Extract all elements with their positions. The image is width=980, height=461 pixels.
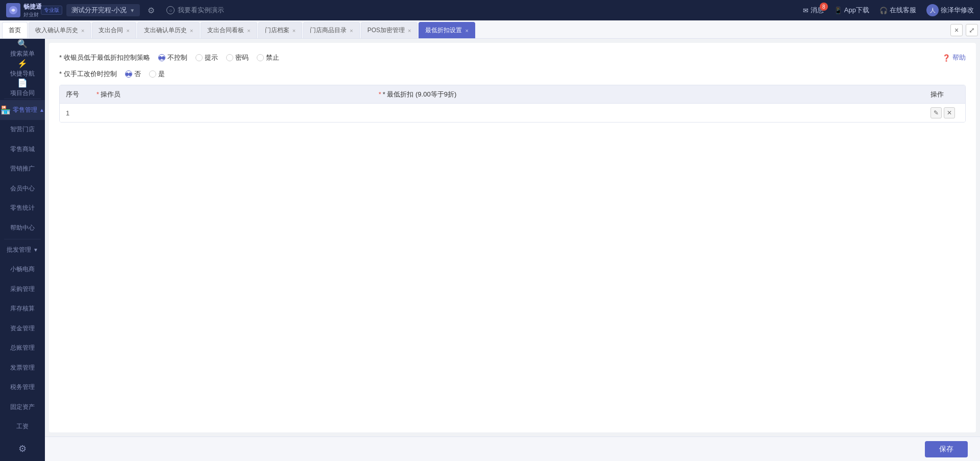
tab-home-label: 首页 bbox=[9, 26, 21, 35]
app-download-icon: 📱 bbox=[834, 7, 842, 14]
header-right-section: ✉ 消息 8 📱 App下载 🎧 在线客服 人 徐泽华修改 bbox=[803, 4, 974, 16]
sidebar-item-payroll[interactable]: 工资 bbox=[0, 417, 45, 436]
search-icon: 🔍 bbox=[17, 39, 28, 48]
sidebar-item-wholesale[interactable]: 批发管理 ▼ bbox=[0, 240, 45, 259]
tab-home[interactable]: 首页 bbox=[2, 22, 28, 38]
sidebar-retail-stats-label: 零售统计 bbox=[10, 204, 35, 212]
cashier-strategy-radio-group: 不控制 提示 密码 禁止 bbox=[158, 53, 279, 62]
radio-password-circle bbox=[226, 54, 233, 61]
tab-payment-contract[interactable]: 支出合同 × bbox=[92, 22, 136, 38]
project-dropdown-arrow: ▼ bbox=[130, 8, 135, 13]
tab-pos-password-close[interactable]: × bbox=[408, 28, 411, 34]
tab-payment-confirm[interactable]: 支出确认单历史 × bbox=[137, 22, 200, 38]
radio-remind[interactable]: 提示 bbox=[195, 53, 218, 62]
message-icon: ✉ bbox=[803, 7, 808, 14]
tab-payment-board-close[interactable]: × bbox=[247, 28, 250, 34]
help-icon: ❓ bbox=[942, 54, 950, 62]
customer-service-button[interactable]: 🎧 在线客服 bbox=[879, 6, 916, 15]
radio-no-circle bbox=[125, 70, 132, 78]
sidebar-item-fund[interactable]: 资金管理 bbox=[0, 319, 45, 338]
tab-min-discount-close[interactable]: × bbox=[465, 28, 468, 34]
radio-no[interactable]: 否 bbox=[125, 69, 141, 79]
tab-income-confirm[interactable]: 收入确认单历史 × bbox=[29, 22, 91, 38]
table-row: 1 ✎ ✕ bbox=[60, 104, 965, 122]
expand-tab-button[interactable]: ⤢ bbox=[966, 24, 978, 36]
sidebar-item-purchase[interactable]: 采购管理 bbox=[0, 279, 45, 299]
delete-button-1[interactable]: ✕ bbox=[944, 107, 955, 118]
sidebar-item-ledger[interactable]: 总账管理 bbox=[0, 338, 45, 358]
cashier-strategy-row: * 收银员低于最低折扣控制策略 不控制 提示 密码 bbox=[59, 53, 966, 62]
sidebar-item-search[interactable]: 🔍 搜索菜单 bbox=[0, 39, 45, 58]
radio-yes-circle bbox=[149, 70, 156, 78]
sidebar-tax-label: 税务管理 bbox=[10, 383, 35, 392]
app-download-button[interactable]: 📱 App下载 bbox=[834, 6, 869, 15]
table-header: 序号 * 操作员 * * 最低折扣 (9.00等于9折) 操作 bbox=[60, 85, 965, 104]
th-operator-req: * bbox=[96, 90, 99, 98]
logo-icon bbox=[6, 3, 20, 17]
radio-forbid[interactable]: 禁止 bbox=[257, 53, 279, 62]
th-operator-label: 操作员 bbox=[101, 90, 120, 99]
th-operator: * 操作员 bbox=[90, 90, 373, 99]
radio-no-control-circle bbox=[158, 54, 165, 61]
sidebar-item-retail-mall[interactable]: 零售商城 bbox=[0, 139, 45, 159]
tab-min-discount[interactable]: 最低折扣设置 × bbox=[419, 22, 475, 38]
sidebar-item-invoice[interactable]: 发票管理 bbox=[0, 358, 45, 377]
wholesale-arrow-icon: ▼ bbox=[33, 247, 38, 253]
page-content: * 收银员低于最低折扣控制策略 不控制 提示 密码 bbox=[49, 43, 976, 432]
demo-label: 我要看实例演示 bbox=[178, 6, 224, 15]
radio-no-control[interactable]: 不控制 bbox=[158, 53, 187, 62]
project-selector[interactable]: 测试分开完程-小况 ▼ bbox=[66, 4, 140, 16]
sidebar-shortcut-label: 快捷导航 bbox=[10, 69, 35, 78]
close-tab-button[interactable]: × bbox=[950, 24, 963, 36]
th-discount-req: * bbox=[379, 90, 381, 98]
sidebar-item-ecommerce[interactable]: 小畅电商 bbox=[0, 260, 45, 279]
radio-password[interactable]: 密码 bbox=[226, 53, 249, 62]
radio-yes[interactable]: 是 bbox=[149, 69, 165, 79]
tab-income-confirm-label: 收入确认单历史 bbox=[35, 26, 78, 35]
sidebar-wholesale-label: 批发管理 bbox=[7, 246, 31, 254]
tab-store-file[interactable]: 门店档案 × bbox=[258, 22, 302, 38]
user-menu-button[interactable]: 人 徐泽华修改 bbox=[926, 4, 974, 16]
tabs-bar: 首页 收入确认单历史 × 支出合同 × 支出确认单历史 × 支出合同看板 × 门… bbox=[0, 20, 980, 39]
cashier-strategy-label: * 收银员低于最低折扣控制策略 bbox=[59, 53, 150, 62]
sidebar-item-help-center[interactable]: 帮助中心 bbox=[0, 218, 45, 237]
edit-button-1[interactable]: ✎ bbox=[930, 107, 942, 118]
tab-income-confirm-close[interactable]: × bbox=[81, 28, 84, 34]
user-name: 徐泽华修改 bbox=[941, 6, 974, 15]
tab-store-file-close[interactable]: × bbox=[292, 28, 296, 34]
sidebar-item-project-contract[interactable]: 📄 项目合同 bbox=[0, 78, 45, 98]
sidebar-item-shortcut[interactable]: ⚡ 快捷导航 bbox=[0, 58, 45, 78]
main-layout: 🔍 搜索菜单 ⚡ 快捷导航 📄 项目合同 🏪 零售管理 ▲ 智营门店 零售商城 … bbox=[0, 39, 980, 461]
help-link[interactable]: ❓ 帮助 bbox=[942, 53, 966, 62]
td-seq-1: 1 bbox=[60, 109, 90, 117]
sidebar-settings-button[interactable]: ⚙ bbox=[0, 436, 45, 461]
sidebar-search-label: 搜索菜单 bbox=[10, 50, 35, 58]
header-settings-button[interactable]: ⚙ bbox=[144, 3, 158, 17]
sidebar-item-fixed-assets[interactable]: 固定资产 bbox=[0, 397, 45, 417]
sidebar-item-retail-stats[interactable]: 零售统计 bbox=[0, 199, 45, 218]
sidebar-item-smart-store[interactable]: 智营门店 bbox=[0, 120, 45, 139]
sidebar-retail-manage-label: 零售管理 bbox=[13, 106, 37, 114]
save-button[interactable]: 保存 bbox=[925, 441, 968, 457]
sidebar: 🔍 搜索菜单 ⚡ 快捷导航 📄 项目合同 🏪 零售管理 ▲ 智营门店 零售商城 … bbox=[0, 39, 45, 461]
tab-payment-board[interactable]: 支出合同看板 × bbox=[201, 22, 257, 38]
tab-store-goods-label: 门店商品目录 bbox=[310, 26, 347, 35]
sidebar-item-tax[interactable]: 税务管理 bbox=[0, 378, 45, 397]
sidebar-item-marketing[interactable]: 营销推广 bbox=[0, 159, 45, 179]
customer-service-label: 在线客服 bbox=[890, 6, 916, 15]
tab-payment-contract-close[interactable]: × bbox=[126, 28, 129, 34]
tab-store-goods-close[interactable]: × bbox=[350, 28, 353, 34]
sidebar-marketing-label: 营销推广 bbox=[10, 164, 35, 173]
sidebar-fund-label: 资金管理 bbox=[10, 324, 35, 333]
sidebar-item-member-center[interactable]: 会员中心 bbox=[0, 179, 45, 198]
sidebar-item-inventory[interactable]: 库存核算 bbox=[0, 299, 45, 319]
sidebar-member-center-label: 会员中心 bbox=[10, 184, 35, 193]
demo-link[interactable]: ○ 我要看实例演示 bbox=[166, 6, 224, 15]
tab-pos-password[interactable]: POS加密管理 × bbox=[361, 22, 418, 38]
message-button[interactable]: ✉ 消息 8 bbox=[803, 6, 824, 15]
sidebar-item-retail-manage[interactable]: 🏪 零售管理 ▲ bbox=[0, 100, 45, 119]
tab-store-goods[interactable]: 门店商品目录 × bbox=[303, 22, 359, 38]
td-action-1: ✎ ✕ bbox=[924, 107, 965, 118]
tab-min-discount-label: 最低折扣设置 bbox=[425, 26, 462, 35]
tab-payment-confirm-close[interactable]: × bbox=[190, 28, 193, 34]
